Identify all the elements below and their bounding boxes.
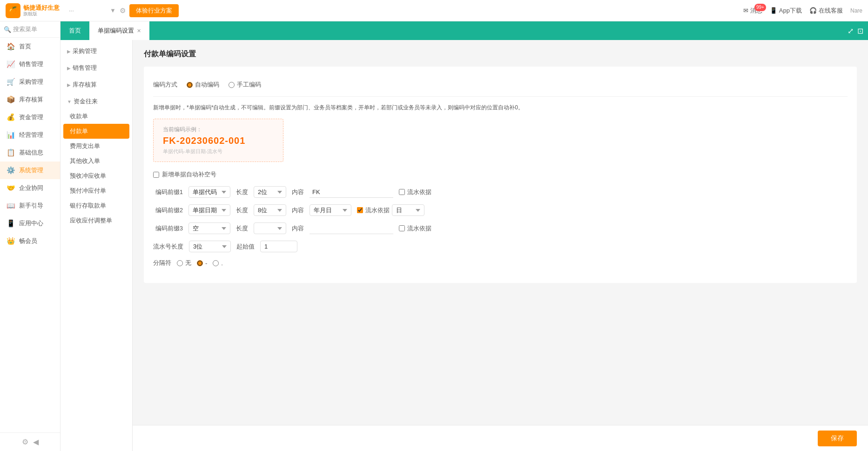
auto-encode-label[interactable]: 自动编码 [187,81,219,89]
sub-group-capital-title[interactable]: ▼ 资金往来 [61,94,132,109]
enterprise-icon: 🤝 [7,184,15,192]
sidebar-item-sales[interactable]: 📈 销售管理 [0,55,60,73]
sidebar-item-newguide[interactable]: 📖 新手引导 [0,197,60,215]
sidebar-item-operation[interactable]: 📊 经营管理 [0,126,60,144]
auto-encode-radio[interactable] [187,82,193,88]
sub-item-prepay-receive[interactable]: 预收冲应收单 [61,168,132,183]
message-btn[interactable]: ✉ 消息 99+ [743,7,762,15]
search-label: 搜索菜单 [13,25,37,34]
flow2-unit-select[interactable]: 日 [392,204,424,216]
section-card: 编码方式 自动编码 手工编码 新增单据时，*单据编码*自动生成，不可编 [144,67,857,283]
sidebar-item-home[interactable]: 🏠 首页 [0,38,60,55]
flow1-checkbox[interactable] [399,189,405,195]
content-area: 付款单编码设置 编码方式 自动编码 手工编码 [133,40,868,425]
tab-close-icon[interactable]: ✕ [137,28,141,34]
industry-btn[interactable]: 体验行业方案 [129,4,179,17]
app-download-btn[interactable]: 📱 App下载 [770,7,802,15]
logo-sub: 旗舰版 [23,11,60,17]
content1-input[interactable] [310,187,393,198]
main-layout: 🔍 搜索菜单 🏠 首页 📈 销售管理 🛒 采购管理 📦 库存核算 💰 资金管理 … [0,21,868,451]
sub-item-bank-deposit[interactable]: 银行存取款单 [61,198,132,213]
flow1-group: 流水依据 [399,188,431,196]
sep-dot-radio[interactable] [213,260,219,266]
sep-dot-label[interactable]: . [213,260,223,267]
sidebar-item-basic[interactable]: 📋 基础信息 [0,144,60,162]
service-icon: 🎧 [809,7,817,14]
logo-main: 畅捷通好生意 [23,4,60,12]
tab-encoding[interactable]: 单据编码设置 ✕ [89,21,149,40]
prefix2-select[interactable]: 单据日期 [188,204,230,216]
length1-label: 长度 [236,188,248,196]
content2-select[interactable]: 年月日 [310,204,351,216]
code-preview-desc: 单据代码-单据日期-流水号 [163,148,274,155]
sidebar-item-enterprise[interactable]: 🤝 企业协同 [0,179,60,197]
nav-dropdown-icon[interactable]: ▼ [110,7,116,14]
sidebar-item-purchase[interactable]: 🛒 采购管理 [0,73,60,91]
length3-select[interactable] [254,222,286,234]
length1-select[interactable]: 2位 [254,186,286,198]
sidebar-item-inventory[interactable]: 📦 库存核算 [0,91,60,108]
tab-expand-icon[interactable]: ⤢ [848,27,854,35]
prefix3-select[interactable]: 空 [188,222,230,234]
auto-fill-checkbox[interactable] [153,172,159,178]
finance-icon: 💰 [7,113,15,121]
flow1-label: 流水依据 [407,188,431,196]
serial-length-select[interactable]: 3位 [189,241,231,252]
system-icon: ⚙️ [7,166,15,175]
flow2-checkbox[interactable] [357,207,363,213]
prefix1-select[interactable]: 单据代码 [188,186,230,198]
sidebar-item-basic-label: 基础信息 [19,148,43,157]
sidebar-item-system[interactable]: ⚙️ 系统管理 [0,162,60,179]
bottom-settings-icon[interactable]: ⚙ [22,438,28,446]
tab-home-label: 首页 [69,27,81,35]
content1-label: 内容 [292,188,304,196]
sep-dash-radio[interactable] [197,260,203,266]
sidebar-item-system-label: 系统管理 [19,166,43,175]
sub-item-expense[interactable]: 费用支出单 [61,139,132,154]
flow3-checkbox[interactable] [399,225,405,231]
start-value-input[interactable] [260,241,297,252]
sidebar-item-finance-label: 资金管理 [19,113,43,121]
tab-bar-actions: ⤢ ⊡ [848,27,868,35]
manual-encode-label[interactable]: 手工编码 [229,81,261,89]
tab-home[interactable]: 首页 [61,21,89,40]
sidebar: 🔍 搜索菜单 🏠 首页 📈 销售管理 🛒 采购管理 📦 库存核算 💰 资金管理 … [0,21,61,451]
auto-fill-label: 新增单据自动补空号 [162,170,216,179]
manual-encode-text: 手工编码 [237,81,261,89]
manual-encode-radio[interactable] [229,82,235,88]
sidebar-item-operation-label: 经营管理 [19,131,43,139]
sidebar-item-finance[interactable]: 💰 资金管理 [0,108,60,126]
sep-none-radio[interactable] [177,260,183,266]
sub-group-sales: ▶ 销售管理 [61,61,132,75]
sidebar-item-vip[interactable]: 👑 畅会员 [0,232,60,250]
bottom-collapse-icon[interactable]: ◀ [33,438,39,446]
sub-item-bank-deposit-label: 银行存取款单 [70,202,106,209]
user-name: Nare [850,7,862,14]
settings-icon[interactable]: ⚙ [120,7,126,15]
code-preview-label: 当前编码示例： [163,126,274,134]
sub-group-inventory-title[interactable]: ▶ 库存核算 [61,77,132,92]
sub-item-prepay-pay[interactable]: 预付冲应付单 [61,183,132,198]
online-service-btn[interactable]: 🎧 在线客服 [809,7,843,15]
sub-item-ap-adjust-label: 应收应付调整单 [70,217,112,224]
logo-text: 畅捷通好生意 旗舰版 [23,4,60,17]
sub-item-ap-adjust[interactable]: 应收应付调整单 [61,213,132,228]
sub-item-other-income[interactable]: 其他收入单 [61,154,132,168]
prefix2-label: 编码前缀2 [153,206,183,215]
sub-group-sales-title[interactable]: ▶ 销售管理 [61,61,132,75]
form-row-prefix3: 编码前缀3 空 长度 内容 流水 [153,222,848,234]
sep-dash-label[interactable]: - [197,260,207,267]
sep-none-text: 无 [185,259,191,267]
sub-group-purchase-title[interactable]: ▶ 采购管理 [61,44,132,59]
sidebar-search[interactable]: 🔍 搜索菜单 [0,21,60,38]
tab-more-icon[interactable]: ⊡ [857,27,863,35]
sep-none-label[interactable]: 无 [177,259,191,267]
length2-select[interactable]: 8位 [254,204,286,216]
content3-label: 内容 [292,224,304,233]
sub-item-payment[interactable]: 付款单 [63,124,129,139]
sidebar-item-appcenter[interactable]: 📱 应用中心 [0,215,60,232]
save-button[interactable]: 保存 [818,431,857,446]
sub-item-receipt[interactable]: 收款单 [61,109,132,124]
content3-input[interactable] [310,223,393,234]
top-bar-left: 🍊 畅捷通好生意 旗舰版 ··· ▼ ⚙ 体验行业方案 [6,3,179,18]
